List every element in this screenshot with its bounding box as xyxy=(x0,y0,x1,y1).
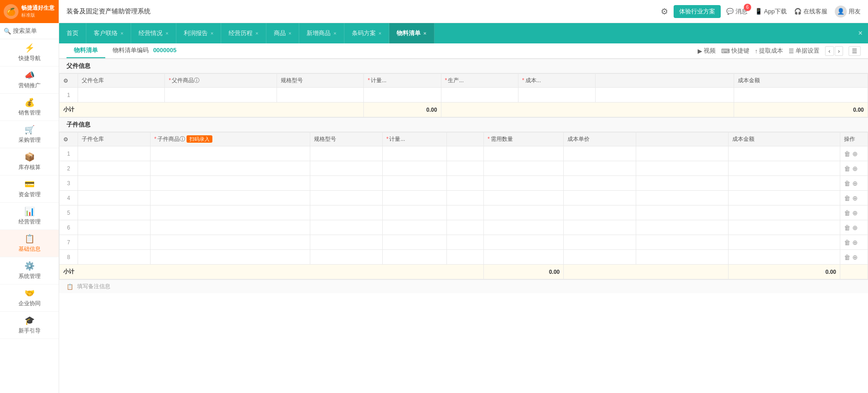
tab-home[interactable]: 首页 xyxy=(59,23,86,43)
child-cell-quantity-1[interactable] xyxy=(484,146,564,161)
child-cell-unit-4[interactable] xyxy=(382,191,446,206)
sidebar-item-operations[interactable]: 📊 经营管理 xyxy=(0,203,59,230)
child-cell-spec-2[interactable] xyxy=(310,161,382,176)
child-cell-unit-2[interactable] xyxy=(382,161,446,176)
child-cell-warehouse-2[interactable] xyxy=(78,161,151,176)
child-cell-spec-3[interactable] xyxy=(310,176,382,191)
single-settings-btn[interactable]: ☰ 单据设置 xyxy=(789,47,820,55)
tab-barcode-close[interactable]: × xyxy=(379,30,381,36)
sidebar-item-collab[interactable]: 🤝 企业协同 xyxy=(0,284,59,312)
sidebar-item-guide[interactable]: 🎓 新手引导 xyxy=(0,312,59,339)
delete-icon-1[interactable]: 🗑 xyxy=(844,150,850,157)
child-cell-warehouse-3[interactable] xyxy=(78,176,151,191)
sidebar-item-purchase[interactable]: 🛒 采购管理 xyxy=(0,121,59,148)
child-cell-unit-3[interactable] xyxy=(382,176,446,191)
child-cell-goods-2[interactable] xyxy=(151,161,310,176)
child-cell-unit-5[interactable] xyxy=(382,206,446,220)
copy-icon-3[interactable]: ⊕ xyxy=(852,180,858,187)
tab-history-close[interactable]: × xyxy=(255,30,258,36)
child-cell-unit-1[interactable] xyxy=(382,146,446,161)
child-cell-quantity-2[interactable] xyxy=(484,161,564,176)
child-cell-warehouse-1[interactable] xyxy=(78,146,151,161)
app-download-btn[interactable]: 📱 App下载 xyxy=(755,7,787,16)
sidebar-item-quick-nav[interactable]: ⚡ 快捷导航 xyxy=(0,39,59,67)
child-cell-quantity-8[interactable] xyxy=(484,250,564,265)
sub-tab-bom-code[interactable]: 物料清单编码 0000005 xyxy=(105,43,184,58)
tab-profit-close[interactable]: × xyxy=(211,30,213,36)
child-cell-unitcost-5[interactable] xyxy=(564,206,636,220)
child-cell-goods-3[interactable] xyxy=(151,176,310,191)
child-cell-goods-1[interactable] xyxy=(151,146,310,161)
child-cell-goods-8[interactable] xyxy=(151,250,310,265)
tab-business[interactable]: 经营情况 × xyxy=(131,23,176,43)
child-cell-spec-6[interactable] xyxy=(310,220,382,235)
tab-customer-close[interactable]: × xyxy=(121,30,123,36)
tab-new-goods[interactable]: 新增商品 × xyxy=(299,23,344,43)
child-cell-unitcost-7[interactable] xyxy=(564,235,636,250)
child-cell-spec-5[interactable] xyxy=(310,206,382,220)
view-video-btn[interactable]: ▶ 视频 xyxy=(698,47,716,55)
online-service-btn[interactable]: 🎧 在线客服 xyxy=(794,7,827,16)
child-cell-unit-8[interactable] xyxy=(382,250,446,265)
copy-icon-4[interactable]: ⊕ xyxy=(852,194,858,202)
child-cell-quantity-7[interactable] xyxy=(484,235,564,250)
sidebar-item-finance[interactable]: 💳 资金管理 xyxy=(0,175,59,203)
delete-icon-8[interactable]: 🗑 xyxy=(844,254,850,261)
child-cell-unitcost-1[interactable] xyxy=(564,146,636,161)
child-cell-spec-8[interactable] xyxy=(310,250,382,265)
sidebar-item-marketing[interactable]: 📣 营销推广 xyxy=(0,67,59,94)
delete-icon-7[interactable]: 🗑 xyxy=(844,239,850,246)
child-cell-warehouse-6[interactable] xyxy=(78,220,151,235)
message-btn[interactable]: 💬 6 消息 xyxy=(726,7,747,16)
trial-btn[interactable]: 体验行业方案 xyxy=(674,5,721,18)
child-cell-unitcost-2[interactable] xyxy=(564,161,636,176)
parent-cell-warehouse-1[interactable] xyxy=(78,88,165,103)
delete-icon-4[interactable]: 🗑 xyxy=(844,194,850,202)
parent-cell-cost-1[interactable] xyxy=(518,88,595,103)
child-cell-quantity-3[interactable] xyxy=(484,176,564,191)
child-cell-goods-4[interactable] xyxy=(151,191,310,206)
grid-view-btn[interactable]: ☰ xyxy=(849,46,861,56)
tab-history[interactable]: 经营历程 × xyxy=(221,23,266,43)
delete-icon-5[interactable]: 🗑 xyxy=(844,209,850,217)
sidebar-item-inventory[interactable]: 📦 库存核算 xyxy=(0,148,59,175)
search-menu-item[interactable]: 🔍 搜索菜单 xyxy=(0,23,59,39)
tab-profit[interactable]: 利润报告 × xyxy=(176,23,221,43)
settings-icon[interactable]: ⚙ xyxy=(661,6,668,17)
copy-icon-1[interactable]: ⊕ xyxy=(852,150,858,157)
parent-cell-spec-1[interactable] xyxy=(277,88,363,103)
child-cell-unit-7[interactable] xyxy=(382,235,446,250)
copy-icon-7[interactable]: ⊕ xyxy=(852,239,858,246)
tab-bom-close[interactable]: × xyxy=(423,30,426,36)
child-cell-goods-5[interactable] xyxy=(151,206,310,220)
tab-goods-close[interactable]: × xyxy=(289,30,291,36)
child-cell-unitcost-8[interactable] xyxy=(564,250,636,265)
child-cell-unitcost-3[interactable] xyxy=(564,176,636,191)
scan-btn[interactable]: 扫码录入 xyxy=(187,135,212,143)
tab-goods[interactable]: 商品 × xyxy=(266,23,299,43)
child-cell-goods-6[interactable] xyxy=(151,220,310,235)
copy-icon-8[interactable]: ⊕ xyxy=(852,254,858,261)
tab-customer[interactable]: 客户联络 × xyxy=(86,23,131,43)
tab-barcode[interactable]: 条码方案 × xyxy=(344,23,389,43)
sidebar-item-system[interactable]: ⚙️ 系统管理 xyxy=(0,257,59,284)
child-col-settings[interactable]: ⚙ xyxy=(60,133,78,146)
child-cell-goods-7[interactable] xyxy=(151,235,310,250)
copy-icon-6[interactable]: ⊕ xyxy=(852,224,858,231)
copy-icon-2[interactable]: ⊕ xyxy=(852,165,858,172)
sidebar-item-basic-info[interactable]: 📋 基础信息 xyxy=(0,230,59,257)
sub-tab-bom[interactable]: 物料清单 xyxy=(66,43,105,58)
child-cell-unit-6[interactable] xyxy=(382,220,446,235)
tab-bom[interactable]: 物料清单 × xyxy=(389,23,434,43)
child-cell-quantity-4[interactable] xyxy=(484,191,564,206)
child-cell-unitcost-6[interactable] xyxy=(564,220,636,235)
next-btn[interactable]: › xyxy=(835,46,843,56)
sidebar-item-sales[interactable]: 💰 销售管理 xyxy=(0,94,59,121)
prev-btn[interactable]: ‹ xyxy=(825,46,833,56)
child-cell-warehouse-4[interactable] xyxy=(78,191,151,206)
child-cell-unitcost-4[interactable] xyxy=(564,191,636,206)
child-cell-quantity-6[interactable] xyxy=(484,220,564,235)
copy-icon-5[interactable]: ⊕ xyxy=(852,209,858,217)
child-cell-warehouse-8[interactable] xyxy=(78,250,151,265)
tab-business-close[interactable]: × xyxy=(165,30,168,36)
